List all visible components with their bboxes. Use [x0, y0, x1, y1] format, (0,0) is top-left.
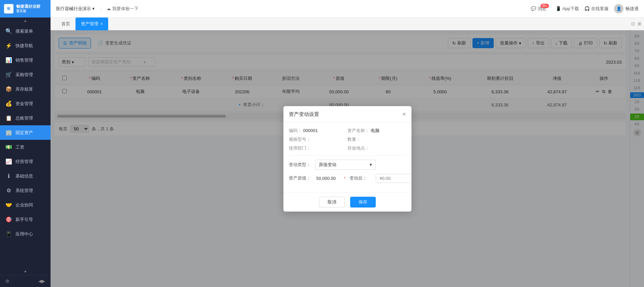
sidebar-item-basic-info[interactable]: ℹ 基础信息	[0, 169, 51, 183]
sales-icon: 📊	[5, 57, 12, 63]
sidebar-item-guide[interactable]: 🎯 新手引导	[0, 212, 51, 227]
settings-icon[interactable]: ⚙	[5, 279, 9, 284]
sidebar-item-quick-nav[interactable]: ⚡ 快捷导航	[0, 38, 51, 53]
logo-icon: 财	[4, 4, 13, 13]
sidebar-item-enterprise-label: 企业协同	[16, 202, 33, 208]
modal-info-grid: 编码： 000001 资产名称： 电脑 规格型号： 数量：	[289, 128, 406, 156]
modal-footer: 取消 保存	[283, 192, 411, 212]
app-download-btn[interactable]: 📱 App下载	[556, 6, 579, 12]
sidebar-item-fixed-assets-label: 固定资产	[16, 130, 33, 136]
sidebar: 财 畅捷通好业财 普及版 ▲ 🔍 搜索菜单 ⚡ 快捷导航 📊 销售管理 🛒 采购…	[0, 0, 51, 287]
change-type-row: 变动类型： 原值变动 ▾	[289, 160, 406, 170]
modal-header: 资产变动设置 ×	[283, 106, 411, 122]
modal-storage-field: 存放地点：	[347, 145, 406, 151]
sidebar-item-sales[interactable]: 📊 销售管理	[0, 53, 51, 67]
sidebar-item-guide-label: 新手引导	[16, 217, 33, 223]
payroll-icon: 💵	[5, 144, 12, 150]
sidebar-item-general-ledger-label: 总账管理	[16, 115, 33, 121]
fund-icon: 💰	[5, 100, 12, 107]
tab-asset-management[interactable]: 资产管理 ×	[75, 18, 108, 30]
modal-department-label: 使用部门：	[289, 145, 311, 151]
sidebar-item-search-label: 搜索菜单	[16, 28, 33, 34]
sidebar-nav: 🔍 搜索菜单 ⚡ 快捷导航 📊 销售管理 🛒 采购管理 📦 库存核算 💰 资金管…	[0, 24, 51, 268]
window-maximize-icon[interactable]: ⊞	[638, 21, 641, 26]
app-name: 畅捷通好业财	[16, 4, 40, 9]
modal-quantity-field: 数量：	[347, 136, 406, 142]
system-icon: ⚙	[5, 187, 12, 194]
guide-icon: 🎯	[5, 216, 12, 223]
sidebar-item-payroll[interactable]: 💵 工资	[0, 140, 51, 154]
sidebar-item-fixed-assets[interactable]: 🏢 固定资产	[0, 125, 51, 140]
cancel-button[interactable]: 取消	[319, 197, 345, 208]
app-download-label: App下载	[562, 6, 579, 12]
sidebar-item-search[interactable]: 🔍 搜索菜单	[0, 24, 51, 38]
original-value-label: 资产原值：	[289, 175, 312, 181]
sidebar-item-system[interactable]: ⚙ 系统管理	[0, 183, 51, 198]
sidebar-item-purchase-label: 采购管理	[16, 72, 33, 78]
online-service-label: 在线客服	[591, 6, 609, 12]
change-type-value: 原值变动	[319, 162, 336, 168]
search-icon: 🔍	[5, 28, 12, 34]
asset-change-dialog: 资产变动设置 × 编码： 000001 资产名称： 电脑	[283, 106, 411, 212]
message-badge: 99+	[541, 4, 549, 8]
collapse-icon[interactable]: ◀▶	[38, 279, 45, 284]
modal-asset-name-field: 资产名称： 电脑	[347, 128, 406, 134]
tab-home[interactable]: 首页	[56, 18, 75, 30]
sidebar-item-inventory-label: 库存核算	[16, 86, 33, 92]
general-ledger-icon: 📋	[5, 115, 12, 121]
save-button[interactable]: 保存	[350, 197, 376, 208]
main-area: 医疗器械行业演示 ▾ | ☁ 我要体验一下 💬 消息 99+ 📱 App下载 🎧…	[51, 0, 644, 287]
company-selector[interactable]: 医疗器械行业演示 ▾	[56, 6, 95, 12]
tab-close-icon[interactable]: ×	[100, 22, 103, 26]
user-menu[interactable]: 👤 畅捷通	[614, 4, 639, 13]
sidebar-item-enterprise[interactable]: 🤝 企业协同	[0, 198, 51, 212]
modal-department-field: 使用部门：	[289, 145, 347, 151]
sidebar-item-basic-info-label: 基础信息	[16, 173, 33, 179]
modal-quantity-label: 数量：	[347, 136, 361, 142]
topbar-right: 💬 消息 99+ 📱 App下载 🎧 在线客服 👤 畅捷通	[531, 4, 639, 13]
sidebar-scroll-up[interactable]: ▲	[0, 18, 51, 24]
purchase-icon: 🛒	[5, 71, 12, 78]
basic-info-icon: ℹ	[5, 173, 12, 179]
window-restore-icon[interactable]: ⊡	[631, 21, 635, 26]
sidebar-item-app-center-label: 应用中心	[16, 231, 33, 237]
change-type-select[interactable]: 原值变动 ▾	[315, 160, 376, 170]
modal-storage-label: 存放地点：	[347, 145, 369, 151]
change-type-label: 变动类型：	[289, 162, 312, 168]
sidebar-item-fund[interactable]: 💰 资金管理	[0, 96, 51, 111]
sidebar-item-operations[interactable]: 📈 经营管理	[0, 154, 51, 169]
fixed-assets-icon: 🏢	[5, 129, 12, 136]
sidebar-item-purchase[interactable]: 🛒 采购管理	[0, 67, 51, 82]
change-type-dropdown-icon: ▾	[370, 162, 372, 167]
modal-spec-label: 规格型号：	[289, 136, 311, 142]
modal-spec-field: 规格型号：	[289, 136, 347, 142]
modal-code-field: 编码： 000001	[289, 128, 347, 134]
modal-code-value: 000001	[303, 128, 318, 133]
app-center-icon: 📱	[5, 231, 12, 237]
tabbar: 首页 资产管理 × ⊡ ⊞	[51, 18, 644, 30]
modal-title: 资产变动设置	[289, 111, 319, 118]
sidebar-item-quick-nav-label: 快捷导航	[16, 43, 33, 49]
after-change-input[interactable]	[376, 174, 411, 183]
modal-close-btn[interactable]: ×	[402, 111, 406, 118]
sidebar-item-sales-label: 销售管理	[16, 57, 33, 63]
sidebar-item-fund-label: 资金管理	[16, 101, 33, 107]
quick-nav-icon: ⚡	[5, 42, 12, 49]
sidebar-item-app-center[interactable]: 📱 应用中心	[0, 227, 51, 241]
tab-asset-management-label: 资产管理	[81, 21, 98, 27]
sidebar-item-general-ledger[interactable]: 📋 总账管理	[0, 111, 51, 125]
required-mark: *	[344, 176, 345, 181]
enterprise-icon: 🤝	[5, 202, 12, 208]
sidebar-scroll-down[interactable]: ▼	[0, 268, 51, 275]
experience-btn[interactable]: ☁ 我要体验一下	[106, 6, 139, 12]
modal-asset-name-label: 资产名称：	[347, 128, 369, 134]
sidebar-item-inventory[interactable]: 📦 库存核算	[0, 82, 51, 96]
modal-code-label: 编码：	[289, 128, 302, 134]
message-btn[interactable]: 💬 消息 99+	[531, 6, 546, 12]
topbar: 医疗器械行业演示 ▾ | ☁ 我要体验一下 💬 消息 99+ 📱 App下载 🎧…	[51, 0, 644, 18]
tab-home-label: 首页	[61, 21, 70, 27]
user-name: 畅捷通	[625, 6, 639, 12]
topbar-divider: |	[100, 6, 101, 11]
experience-label: 我要体验一下	[112, 6, 139, 12]
online-service-btn[interactable]: 🎧 在线客服	[584, 6, 609, 12]
